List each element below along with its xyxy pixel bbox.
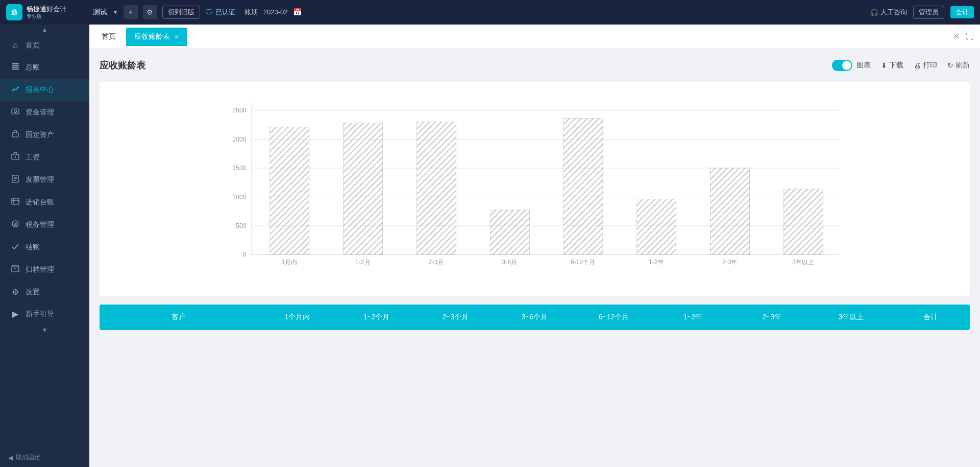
guide-icon: ▶ — [10, 309, 20, 319]
logo-icon: 通 — [6, 4, 22, 20]
chart-toggle-label: 图表 — [856, 61, 871, 70]
ledger-icon — [10, 62, 20, 73]
bar-3-6月 — [490, 210, 529, 254]
sidebar-item-report[interactable]: 报表中心 — [0, 79, 89, 101]
switch-old-button[interactable]: 切到旧版 — [162, 6, 200, 19]
sidebar-assets-label: 固定资产 — [26, 130, 54, 139]
period-value: 2023-02 — [263, 8, 288, 16]
dropdown-icon[interactable]: ▼ — [112, 9, 118, 16]
sidebar-item-salary[interactable]: 工资 — [0, 146, 89, 169]
refresh-button[interactable]: ↻ 刷新 — [947, 61, 970, 70]
tab-home-label: 首页 — [102, 32, 116, 41]
sidebar-item-sales[interactable]: 进销台账 — [0, 191, 89, 214]
topbar-main: 测试 ▼ ＋ ⚙ 切到旧版 🛡 已认证 账期 2023-02 📅 — [93, 5, 865, 19]
sidebar-invoice-label: 发票管理 — [26, 175, 54, 184]
expand-window-icon[interactable]: ⛶ — [966, 32, 974, 41]
chart-toggle-container: 图表 — [832, 60, 871, 71]
sidebar-item-guide[interactable]: ▶ 新手引导 — [0, 303, 89, 325]
svg-text:1000: 1000 — [232, 194, 247, 201]
bar-2-3月 — [416, 122, 456, 255]
service-label: 人工咨询 — [880, 8, 907, 17]
sidebar-tax-label: 税务管理 — [26, 220, 54, 229]
sidebar-item-tax[interactable]: 税 税务管理 — [0, 214, 89, 236]
table-col-1-2m: 1~2个月 — [337, 305, 416, 330]
tab-close-icon[interactable]: ✕ — [174, 33, 179, 40]
unpin-icon: ◀ — [8, 454, 13, 461]
app-name: 畅捷通好会计 — [27, 5, 66, 13]
refresh-icon: ↻ — [947, 61, 953, 69]
service-button[interactable]: 🎧 人工咨询 — [870, 8, 907, 17]
download-button[interactable]: ⬇ 下载 — [881, 61, 903, 70]
svg-text:税: 税 — [13, 222, 17, 227]
sidebar-item-settings[interactable]: ⚙ 设置 — [0, 281, 89, 303]
tab-bar: 首页 应收账龄表 ✕ ✕ ⛶ — [89, 25, 980, 49]
sidebar-guide-label: 新手引导 — [26, 310, 54, 319]
sidebar-item-settle[interactable]: 结账 — [0, 236, 89, 259]
cancel-fixed-button[interactable]: ◀ 取消固定 — [0, 448, 89, 467]
period-label: 账期 — [244, 8, 258, 16]
x-label-1月内: 1月内 — [281, 259, 297, 266]
funds-icon — [10, 107, 20, 118]
tab-aging[interactable]: 应收账龄表 ✕ — [126, 28, 187, 46]
add-button[interactable]: ＋ — [124, 5, 138, 19]
tab-home[interactable]: 首页 — [93, 28, 124, 46]
period-info: 账期 2023-02 📅 — [244, 8, 302, 17]
sidebar-item-ledger[interactable]: 总账 — [0, 56, 89, 79]
sidebar-item-archive[interactable]: 归档管理 — [0, 259, 89, 281]
x-label-2-3年: 2-3年 — [722, 259, 738, 266]
bar-1-2月 — [344, 123, 383, 255]
tax-icon: 税 — [10, 220, 20, 230]
svg-rect-3 — [12, 65, 19, 66]
svg-rect-4 — [12, 67, 19, 68]
svg-rect-6 — [12, 109, 19, 114]
table-header: 客户 1个月内 1~2个月 2~3个月 3~6个月 6~12个月 1~2年 2~… — [100, 305, 970, 330]
table-container: 客户 1个月内 1~2个月 2~3个月 3~6个月 6~12个月 1~2年 2~… — [100, 305, 970, 330]
topbar-right: 🎧 人工咨询 管理员 会计 — [870, 6, 974, 19]
refresh-label: 刷新 — [955, 61, 970, 70]
svg-point-7 — [14, 110, 17, 113]
sidebar-item-funds[interactable]: 资金管理 — [0, 101, 89, 124]
svg-rect-2 — [12, 63, 19, 64]
sidebar-settings-label: 设置 — [26, 288, 40, 297]
table-col-2-3m: 2~3个月 — [416, 305, 495, 330]
sidebar-item-invoice[interactable]: 发票管理 — [0, 169, 89, 191]
svg-rect-5 — [12, 69, 19, 70]
assets-icon — [10, 130, 20, 140]
x-label-3年以上: 3年以上 — [792, 259, 814, 266]
close-window-icon[interactable]: ✕ — [953, 32, 960, 41]
sidebar-funds-label: 资金管理 — [26, 108, 54, 117]
table-col-3y: 3年以上 — [812, 305, 891, 330]
settings-nav-icon: ⚙ — [10, 287, 20, 297]
sidebar-scroll-down[interactable]: ▼ — [0, 325, 89, 335]
sidebar-home-label: 首页 — [26, 41, 40, 50]
download-label: 下载 — [889, 61, 903, 70]
sidebar-item-home[interactable]: ⌂ 首页 — [0, 35, 89, 56]
accountant-button[interactable]: 会计 — [950, 6, 974, 18]
settings-icon[interactable]: ⚙ — [143, 5, 157, 19]
page-title: 应收账龄表 — [100, 59, 145, 72]
bar-1月内 — [270, 127, 309, 255]
table-col-1-2y: 1~2年 — [653, 305, 732, 330]
svg-text:2000: 2000 — [232, 136, 247, 143]
svg-text:2500: 2500 — [232, 107, 247, 114]
chart-toggle-switch[interactable] — [832, 60, 852, 71]
print-button[interactable]: 🖨 打印 — [914, 61, 937, 70]
calendar-icon[interactable]: 📅 — [293, 8, 302, 16]
tab-bar-right: ✕ ⛶ — [953, 32, 980, 41]
svg-rect-21 — [12, 267, 19, 272]
sidebar-item-assets[interactable]: 固定资产 — [0, 124, 89, 146]
svg-text:1500: 1500 — [232, 165, 247, 172]
content-area: 首页 应收账龄表 ✕ ✕ ⛶ 应收账龄表 图表 — [89, 25, 980, 467]
sidebar-scroll-up[interactable]: ▲ — [0, 25, 89, 35]
admin-button[interactable]: 管理员 — [913, 6, 944, 19]
topbar: 通 畅捷通好会计 专业版 测试 ▼ ＋ ⚙ 切到旧版 🛡 已认证 账期 2023… — [0, 0, 980, 25]
table-col-2-3y: 2~3年 — [732, 305, 812, 330]
table-col-6-12m: 6~12个月 — [574, 305, 653, 330]
logo-text: 畅捷通好会计 专业版 — [27, 5, 66, 19]
svg-rect-16 — [12, 198, 19, 204]
sidebar-archive-label: 归档管理 — [26, 265, 54, 274]
toolbar-right: 图表 ⬇ 下载 🖨 打印 ↻ 刷新 — [832, 60, 970, 71]
cancel-fixed-label: 取消固定 — [16, 453, 40, 462]
download-icon: ⬇ — [881, 61, 887, 69]
certified-badge: 🛡 已认证 — [205, 8, 235, 17]
